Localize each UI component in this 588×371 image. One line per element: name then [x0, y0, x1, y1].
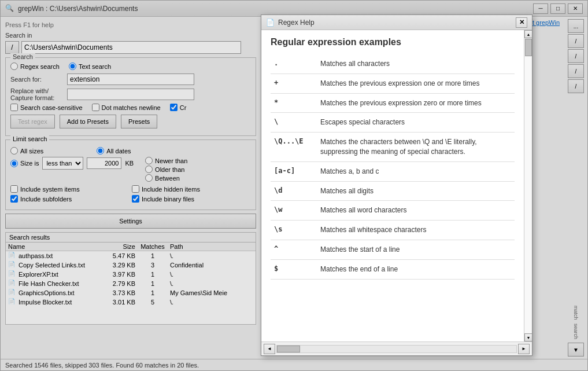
regex-entry: \ Escapes special characters [271, 113, 515, 133]
regex-entry: \d Matches all digits [271, 181, 515, 201]
regex-entry: \w Matches all word characters [271, 201, 515, 221]
regex-symbol: \Q...\E [271, 133, 317, 162]
regex-description: Matches the previous expression one or m… [317, 74, 515, 93]
regex-symbol: \s [271, 221, 317, 240]
dialog-title-bar: 📄 Regex Help ✕ [261, 15, 532, 30]
regex-table: . Matches all characters + Matches the p… [271, 54, 515, 280]
regex-symbol: ^ [271, 240, 317, 259]
regex-description: Matches all whitespace characters [317, 221, 515, 240]
h-scroll-thumb[interactable] [277, 346, 300, 352]
regex-symbol: $ [271, 259, 317, 279]
dialog-title: Regex Help [278, 19, 516, 27]
regex-entry: \s Matches all whitespace characters [271, 221, 515, 240]
dialog-bottom-bar: ◄ ► [261, 341, 532, 355]
scroll-down-arrow[interactable]: ▼ [524, 333, 532, 341]
regex-symbol: [a-c] [271, 161, 317, 181]
regex-description: Matches the previous expression zero or … [317, 93, 515, 113]
regex-entry: * Matches the previous expression zero o… [271, 93, 515, 113]
main-window: 🔍 grepWin : C:\Users\Ashwin\Documents ─ … [0, 0, 588, 371]
dialog-scroll-area[interactable]: Regular expression examples . Matches al… [261, 30, 524, 341]
regex-description: Matches all word characters [317, 201, 515, 221]
regex-description: Escapes special characters [317, 113, 515, 133]
regex-description: Matches a, b and c [317, 161, 515, 181]
regex-description: Matches the characters between \Q and \E… [317, 133, 515, 162]
scroll-thumb[interactable] [525, 39, 532, 56]
regex-entry: [a-c] Matches a, b and c [271, 161, 515, 181]
dialog-body: Regular expression examples . Matches al… [261, 30, 532, 341]
dialog-icon: 📄 [266, 19, 275, 27]
regex-help-dialog: 📄 Regex Help ✕ Regular expression exampl… [261, 14, 532, 356]
regex-entry: + Matches the previous expression one or… [271, 74, 515, 93]
regex-description: Matches all digits [317, 181, 515, 201]
dialog-close-button[interactable]: ✕ [516, 17, 527, 28]
scroll-right-button[interactable]: ► [518, 344, 530, 354]
dialog-scrollbar: ▲ ▼ [524, 30, 532, 341]
regex-entry: . Matches all characters [271, 54, 515, 74]
dialog-overlay: 📄 Regex Help ✕ Regular expression exampl… [1, 1, 587, 370]
regex-description: Matches the start of a line [317, 240, 515, 259]
regex-entry: $ Matches the end of a line [271, 259, 515, 279]
regex-symbol: \d [271, 181, 317, 201]
regex-entry: ^ Matches the start of a line [271, 240, 515, 259]
scroll-up-arrow[interactable]: ▲ [524, 30, 532, 38]
horizontal-scrollbar[interactable] [276, 345, 517, 353]
regex-entry: \Q...\E Matches the characters between \… [271, 133, 515, 162]
dialog-heading: Regular expression examples [271, 37, 515, 47]
regex-symbol: \ [271, 113, 317, 133]
regex-description: Matches the end of a line [317, 259, 515, 279]
regex-symbol: \w [271, 201, 317, 221]
regex-description: Matches all characters [317, 54, 515, 74]
scroll-left-button[interactable]: ◄ [264, 344, 275, 354]
regex-symbol: . [271, 54, 317, 74]
regex-symbol: * [271, 93, 317, 113]
regex-symbol: + [271, 74, 317, 93]
